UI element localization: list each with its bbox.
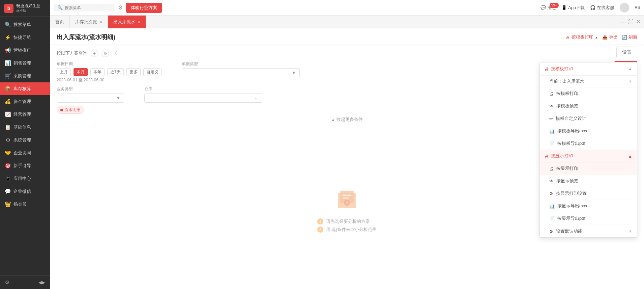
- sidebar-item-marketing[interactable]: 📢营销推广: [0, 44, 50, 57]
- dropdown-item-display_setting[interactable]: ⚙按显示打印设置: [540, 187, 637, 200]
- dropdown-item-display_preview[interactable]: 👁按显示预览: [540, 175, 637, 187]
- dropdown-footer[interactable]: ⚙ 设置默认功能 ▼: [540, 225, 637, 237]
- dropdown-items: 🖨按模板打印👁按模板预览✏模板自定义设计📊按模板导出excel📄按模板导出pdf: [540, 87, 637, 150]
- collapse-label: 收起更多条件: [336, 116, 363, 123]
- sidebar-logo: b 畅捷通好生意 标准版: [0, 0, 50, 17]
- dropdown-section-header[interactable]: 🖨 按显示打印 ▲: [540, 150, 637, 162]
- warehouse-select[interactable]: ···: [144, 94, 262, 103]
- tab-home[interactable]: 首页: [50, 16, 70, 28]
- dropdown-title-text: 按模板打印: [551, 66, 573, 72]
- warehouse-label: 仓库: [144, 86, 262, 92]
- business-type-select[interactable]: ▼: [57, 94, 124, 103]
- guide-icon: 🎯: [5, 163, 11, 169]
- apps-icon: 📱: [5, 176, 11, 182]
- trial-btn[interactable]: 体验行业方案: [126, 3, 162, 13]
- system-icon: ⚙: [5, 137, 11, 143]
- tab-minimize-btn[interactable]: —: [620, 19, 625, 25]
- search-input[interactable]: [65, 5, 111, 10]
- flow-detail-tag[interactable]: 流水明细: [57, 106, 84, 114]
- empty-steps: 1 请先选择要分析的方案 2 用[选]条件来缩小分析范围: [317, 218, 377, 233]
- tab-flow-close[interactable]: ×: [138, 20, 140, 24]
- date-range-text: 2023-06-01 至 2023-06-30: [57, 77, 162, 83]
- page-header: 出入库流水(流水明细) 🖨 按模板打印 ▲ 📤 导出 🔄 刷新: [50, 28, 644, 45]
- refresh-btn[interactable]: 🔄 刷新: [622, 34, 637, 40]
- logo-icon: b: [4, 4, 13, 13]
- empty-step-1: 1 请先选择要分析的方案: [317, 218, 377, 225]
- collapse-sidebar-icon[interactable]: ◀▶: [38, 280, 45, 285]
- dropdown-item-template_custom[interactable]: ✏模板自定义设计: [540, 112, 637, 125]
- dropdown-item-display_excel[interactable]: 📊按显示导出excel: [540, 200, 637, 212]
- service-icon: 🎧: [590, 5, 595, 10]
- sidebar-item-label: 销售管理: [13, 60, 31, 66]
- warehouse-filter: 仓库 ···: [144, 86, 262, 103]
- dropdown-item-template_preview[interactable]: 👁按模板预览: [540, 100, 637, 112]
- business-select-arrow: ▼: [116, 96, 120, 101]
- date-btn-近7天[interactable]: 近7天: [107, 68, 124, 76]
- funds-icon: 💰: [5, 99, 11, 105]
- app-download-btn[interactable]: 📱 App下载: [561, 5, 585, 11]
- message-btn[interactable]: 💬 消息 99+: [540, 5, 556, 11]
- date-btn-上月[interactable]: 上月: [57, 68, 71, 76]
- dropdown-item-template_excel[interactable]: 📊按模板导出excel: [540, 125, 637, 137]
- dropdown-item-template_print[interactable]: 🖨按模板打印: [540, 87, 637, 100]
- sidebar-item-purchase[interactable]: 🛒采购管理: [0, 70, 50, 82]
- sidebar-item-member[interactable]: 👑畅会员: [0, 198, 50, 211]
- settings-icon[interactable]: ⚙: [5, 279, 9, 286]
- shortcut-icon: ⚡: [5, 34, 11, 41]
- tab-batch-label: 库存批次账: [75, 19, 97, 25]
- print-btn[interactable]: 🖨 按模板打印 ▲: [566, 34, 598, 40]
- empty-step-2: 2 用[选]条件来缩小分析范围: [317, 227, 377, 233]
- sidebar-item-inventory[interactable]: 📦库存核算: [0, 82, 50, 95]
- topbar-search-box[interactable]: 🔍: [54, 4, 115, 11]
- type-select[interactable]: ▼: [182, 68, 300, 77]
- date-btn-自定义[interactable]: 自定义: [143, 68, 162, 76]
- filter-gear-btn[interactable]: ⚙: [101, 50, 109, 57]
- gear-icon[interactable]: ⚙: [118, 4, 123, 11]
- warehouse-more-icon: ···: [255, 96, 259, 101]
- dropdown-toggle-btn[interactable]: ▲: [628, 67, 632, 71]
- sidebar-item-label: 资金管理: [13, 99, 31, 105]
- username: Rit: [635, 5, 640, 10]
- page-actions: 🖨 按模板打印 ▲ 📤 导出 🔄 刷新: [566, 34, 637, 40]
- filter-add-btn[interactable]: +: [91, 50, 98, 57]
- search-icon: 🔍: [5, 22, 11, 28]
- app-label: App下载: [568, 5, 585, 11]
- sidebar-item-wechat[interactable]: 💬企业微信: [0, 185, 50, 198]
- tab-batch-close[interactable]: ×: [100, 20, 102, 24]
- section-arrow: ▲: [628, 154, 632, 159]
- date-btn-更多[interactable]: 更多: [126, 68, 141, 76]
- sidebar-item-search[interactable]: 🔍搜索菜单: [0, 18, 50, 31]
- inventory-icon: 📦: [5, 86, 11, 92]
- sidebar-item-guide[interactable]: 🎯新手引导: [0, 159, 50, 172]
- display_preview-label: 按显示预览: [556, 178, 578, 184]
- sidebar-item-operations[interactable]: 📈经营管理: [0, 108, 50, 121]
- sidebar-item-sales[interactable]: 📊销售管理: [0, 57, 50, 70]
- dropdown-item-display_pdf[interactable]: 📄按显示导出pdf: [540, 212, 637, 225]
- filter-collapse-btn[interactable]: 《: [112, 50, 117, 56]
- online-service-btn[interactable]: 🎧 在线客服: [590, 5, 614, 11]
- template_pdf-icon: 📄: [549, 141, 555, 146]
- sidebar-nav: 🔍搜索菜单⚡快捷导航📢营销推广📊销售管理🛒采购管理📦库存核算💰资金管理📈经营管理…: [0, 17, 50, 275]
- dropdown-item-template_pdf[interactable]: 📄按模板导出pdf: [540, 137, 637, 150]
- avatar[interactable]: [620, 3, 629, 12]
- tab-close-all-btn[interactable]: ✕: [636, 19, 641, 25]
- date-btn-本年[interactable]: 本年: [90, 68, 105, 76]
- tab-expand-btn[interactable]: ⛶: [628, 19, 634, 25]
- sidebar-item-funds[interactable]: 💰资金管理: [0, 95, 50, 108]
- dropdown-item-display_print[interactable]: 🖨按显示打印: [540, 162, 637, 175]
- sidebar-item-enterprise[interactable]: 🤝企业协同: [0, 147, 50, 159]
- setting-btn[interactable]: 设置: [616, 47, 637, 58]
- date-btn-本月[interactable]: 本月: [74, 68, 88, 76]
- page-title: 出入库流水(流水明细): [57, 33, 115, 41]
- sidebar-item-shortcut[interactable]: ⚡快捷导航: [0, 31, 50, 44]
- export-btn[interactable]: 📤 导出: [602, 34, 618, 40]
- tab-batch[interactable]: 库存批次账 ×: [70, 16, 108, 28]
- type-select-arrow: ▼: [292, 70, 296, 75]
- sidebar-item-system[interactable]: ⚙系统管理: [0, 134, 50, 147]
- company-name: 畅捷通好生意: [16, 3, 40, 9]
- display_setting-icon: ⚙: [549, 191, 553, 196]
- sidebar-item-apps[interactable]: 📱应用中心: [0, 172, 50, 185]
- tab-flow[interactable]: 出入库流水 ×: [108, 16, 146, 28]
- sidebar-item-basic[interactable]: 📋基础信息: [0, 121, 50, 134]
- display_pdf-label: 按显示导出pdf: [557, 215, 585, 221]
